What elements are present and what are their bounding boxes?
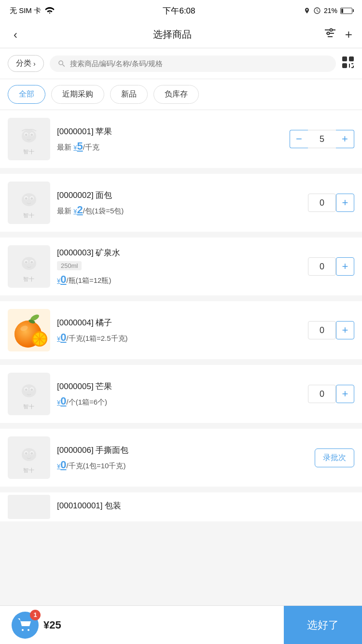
svg-point-25: [30, 197, 33, 199]
back-button[interactable]: ‹: [10, 24, 21, 45]
tab-recent[interactable]: 近期采购: [51, 85, 104, 104]
search-box: [50, 56, 336, 72]
status-right: 21%: [304, 7, 352, 14]
product-image: 智十: [8, 245, 50, 288]
status-time: 下午6:08: [163, 5, 195, 16]
product-info: [000100001] 包装: [57, 500, 354, 514]
carrier-label: 无 SIM 卡: [10, 6, 41, 15]
product-price: 最新 ¥5/千克: [57, 140, 283, 153]
batch-button[interactable]: 录批次: [315, 448, 354, 467]
add-product-button[interactable]: +: [345, 27, 352, 42]
svg-point-27: [22, 257, 36, 270]
cart-icon-wrap: 1: [12, 612, 39, 639]
nav-bar: ‹ 选择商品 +: [0, 21, 362, 48]
quantity-input[interactable]: [308, 194, 336, 212]
product-info: [0000006] 手撕面包 ¥0/千克(1包=10千克): [57, 445, 308, 471]
wifi-icon: [45, 7, 55, 14]
product-name: [0000006] 手撕面包: [57, 445, 308, 456]
increase-button[interactable]: +: [336, 385, 354, 403]
filter-icon[interactable]: [324, 28, 336, 42]
product-name: [0000001] 苹果: [57, 126, 283, 137]
svg-point-44: [22, 384, 36, 397]
svg-point-30: [25, 261, 28, 263]
tab-all[interactable]: 全部: [8, 85, 45, 104]
product-price: 最新 ¥2/包(1袋=5包): [57, 204, 301, 216]
product-price: ¥0/千克(1箱=2.5千克): [57, 331, 301, 344]
product-info: [0000004] 橘子 ¥0/千克(1箱=2.5千克): [57, 317, 301, 344]
increase-button[interactable]: +: [336, 130, 354, 148]
svg-point-53: [25, 452, 28, 454]
nav-actions: +: [324, 27, 352, 42]
bottom-bar: 1 ¥25 选好了: [0, 605, 362, 644]
list-item: 智十 [0000003] 矿泉水 250ml ¥0/瓶(1箱=12瓶) +: [0, 238, 362, 295]
increase-button[interactable]: +: [336, 194, 354, 212]
product-info: [0000001] 苹果 最新 ¥5/千克: [57, 126, 283, 153]
cart-icon: [18, 618, 32, 632]
cart-area[interactable]: 1 ¥25: [0, 612, 73, 639]
svg-point-15: [22, 129, 36, 142]
search-icon: [57, 59, 66, 68]
product-price: ¥0/瓶(1箱=12瓶): [57, 273, 301, 286]
svg-point-18: [25, 133, 28, 136]
svg-rect-9: [350, 58, 352, 60]
product-list: 智十 [0000001] 苹果 最新 ¥5/千克 − +: [0, 110, 362, 565]
battery-icon: [340, 8, 352, 14]
product-price: ¥0/千克(1包=10千克): [57, 459, 308, 471]
filter-bar: 分类 ›: [0, 48, 362, 79]
decrease-button[interactable]: −: [290, 130, 308, 148]
list-item: 智十 [0000005] 芒果 ¥0/个(1箱=6个) +: [0, 365, 362, 423]
quantity-control: +: [308, 321, 354, 339]
chevron-right-icon: ›: [33, 60, 36, 68]
tabs-bar: 全部 近期采购 新品 负库存: [0, 79, 362, 110]
quantity-control: +: [308, 194, 354, 212]
product-image: 智十: [8, 436, 50, 479]
scan-icon[interactable]: [342, 56, 354, 71]
list-item: [000100001] 包装: [0, 492, 362, 521]
product-info: [0000002] 面包 最新 ¥2/包(1袋=5包): [57, 190, 301, 216]
tab-negative-stock[interactable]: 负库存: [153, 85, 199, 104]
svg-point-50: [22, 448, 36, 461]
page-title: 选择商品: [153, 28, 192, 41]
svg-point-54: [30, 452, 33, 454]
quantity-input[interactable]: [308, 257, 336, 276]
product-info: [0000005] 芒果 ¥0/个(1箱=6个): [57, 381, 301, 407]
product-image: 智十: [8, 373, 50, 415]
quantity-input[interactable]: [308, 385, 336, 403]
search-input[interactable]: [70, 59, 328, 68]
location-icon: [304, 7, 310, 14]
quantity-input[interactable]: [308, 130, 336, 148]
product-info: [0000003] 矿泉水 250ml ¥0/瓶(1箱=12瓶): [57, 247, 301, 286]
category-button[interactable]: 分类 ›: [8, 55, 44, 72]
svg-point-19: [30, 133, 33, 136]
product-name: [0000005] 芒果: [57, 381, 301, 392]
svg-point-31: [30, 261, 33, 263]
list-item: 智十 [0000006] 手撕面包 ¥0/千克(1包=10千克) 录批次: [0, 429, 362, 487]
status-left: 无 SIM 卡: [10, 6, 55, 15]
svg-rect-10: [344, 65, 346, 67]
alarm-icon: [313, 7, 321, 14]
list-item: 智十 [0000002] 面包 最新 ¥2/包(1袋=5包) +: [0, 174, 362, 232]
svg-rect-8: [344, 58, 346, 60]
product-name: [0000002] 面包: [57, 190, 301, 201]
cart-total: ¥25: [43, 619, 61, 631]
product-image: [8, 309, 50, 351]
increase-button[interactable]: +: [336, 321, 354, 339]
product-image: 智十: [8, 118, 50, 160]
product-image: [8, 495, 50, 519]
list-item: [0000004] 橘子 ¥0/千克(1箱=2.5千克) +: [0, 301, 362, 359]
svg-point-48: [30, 388, 33, 391]
svg-point-47: [25, 388, 28, 391]
product-name: [0000003] 矿泉水: [57, 247, 301, 258]
battery-percent: 21%: [324, 7, 337, 14]
increase-button[interactable]: +: [336, 257, 354, 276]
svg-point-4: [327, 32, 329, 34]
status-bar: 无 SIM 卡 下午6:08 21%: [0, 0, 362, 21]
svg-point-24: [25, 197, 28, 199]
product-name: [000100001] 包装: [57, 500, 354, 511]
confirm-button[interactable]: 选好了: [284, 606, 362, 644]
svg-point-3: [330, 28, 332, 31]
product-price: ¥0/个(1箱=6个): [57, 395, 301, 407]
cart-badge: 1: [30, 610, 41, 620]
tab-new[interactable]: 新品: [110, 85, 148, 104]
quantity-input[interactable]: [308, 321, 336, 339]
